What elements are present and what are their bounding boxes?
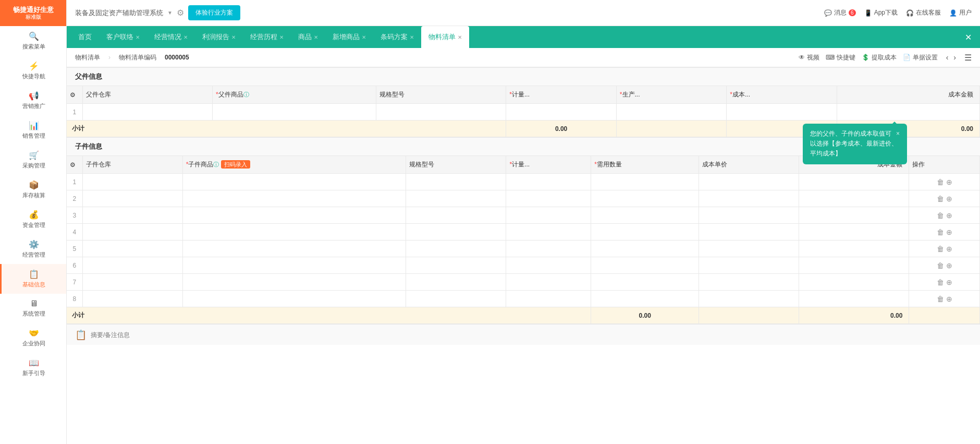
child-row-3-cost-unit[interactable] [699, 207, 799, 224]
child-row-8-product[interactable] [182, 291, 406, 307]
copy-icon-row-2[interactable]: ⊕ [946, 195, 952, 203]
parent-th-gear[interactable]: ⚙ [67, 86, 82, 104]
child-row-8-unit[interactable] [506, 291, 591, 307]
delete-icon-row-5[interactable]: 🗑 [937, 245, 944, 253]
copy-icon-row-4[interactable]: ⊕ [946, 228, 952, 236]
parent-row-1-cost[interactable] [727, 104, 837, 121]
copy-icon-row-6[interactable]: ⊕ [946, 261, 952, 270]
child-row-2-cost-unit[interactable] [699, 190, 799, 207]
user-item[interactable]: 👤 用户 [949, 8, 972, 17]
child-row-8-cost-unit[interactable] [699, 291, 799, 307]
delete-icon-row-7[interactable]: 🗑 [937, 278, 944, 286]
action-setting[interactable]: 📄 单据设置 [903, 53, 938, 62]
child-row-6-unit[interactable] [506, 257, 591, 274]
gear-button[interactable]: ⚙ [177, 8, 184, 18]
sidebar-item-quick-nav[interactable]: ⚡ 快捷导航 [0, 56, 66, 86]
next-tab-button[interactable]: › [951, 52, 958, 63]
sidebar-item-ops[interactable]: ⚙️ 经营管理 [0, 234, 66, 264]
tab-product-close[interactable]: ✕ [314, 34, 318, 40]
child-row-2-warehouse[interactable] [82, 190, 182, 207]
tab-new-product[interactable]: 新增商品 ✕ [325, 26, 373, 48]
child-row-1-spec[interactable] [406, 174, 506, 190]
system-dropdown-arrow[interactable]: ▼ [167, 10, 173, 16]
child-row-6-spec[interactable] [406, 257, 506, 274]
tab-home[interactable]: 首页 [71, 26, 99, 48]
prev-tab-button[interactable]: ‹ [944, 52, 951, 63]
child-row-2-product[interactable] [182, 190, 406, 207]
tooltip-close-button[interactable]: × [896, 129, 900, 139]
tab-history-close[interactable]: ✕ [279, 34, 284, 40]
child-row-6-cost-unit[interactable] [699, 257, 799, 274]
child-row-1-cost-unit[interactable] [699, 174, 799, 190]
sidebar-item-inventory[interactable]: 📦 库存核算 [0, 175, 66, 205]
sidebar-item-marketing[interactable]: 📢 营销推广 [0, 86, 66, 115]
child-row-7-qty[interactable] [591, 274, 699, 291]
child-row-4-spec[interactable] [406, 224, 506, 241]
child-row-1-qty[interactable] [591, 174, 699, 190]
child-row-7-unit[interactable] [506, 274, 591, 291]
child-row-7-product[interactable] [182, 274, 406, 291]
sidebar-item-system[interactable]: 🖥 系统管理 [0, 294, 66, 323]
child-row-5-qty[interactable] [591, 241, 699, 257]
tab-bom-close[interactable]: ✕ [458, 34, 462, 40]
delete-icon-row-6[interactable]: 🗑 [937, 261, 944, 270]
tab-operations[interactable]: 经营情况 ✕ [147, 26, 195, 48]
child-row-7-warehouse[interactable] [82, 274, 182, 291]
child-row-1-product[interactable] [182, 174, 406, 190]
parent-row-1-warehouse[interactable] [82, 104, 213, 121]
child-row-8-spec[interactable] [406, 291, 506, 307]
child-row-3-unit[interactable] [506, 207, 591, 224]
child-row-7-cost-unit[interactable] [699, 274, 799, 291]
parent-row-1-produced[interactable] [616, 104, 726, 121]
parent-row-1-spec[interactable] [376, 104, 506, 121]
action-shortcut[interactable]: ⌨ 快捷键 [826, 53, 855, 62]
child-row-3-product[interactable] [182, 207, 406, 224]
child-row-6-product[interactable] [182, 257, 406, 274]
child-row-2-spec[interactable] [406, 190, 506, 207]
sidebar-item-sales[interactable]: 📊 销售管理 [0, 115, 66, 145]
tab-profit[interactable]: 利润报告 ✕ [195, 26, 243, 48]
child-row-2-qty[interactable] [591, 190, 699, 207]
layout-icon[interactable]: ☰ [964, 53, 972, 63]
child-row-4-unit[interactable] [506, 224, 591, 241]
app-download-item[interactable]: 📱 App下载 [864, 8, 898, 17]
copy-icon-row-3[interactable]: ⊕ [946, 211, 952, 220]
tab-history[interactable]: 经营历程 ✕ [243, 26, 291, 48]
child-row-8-qty[interactable] [591, 291, 699, 307]
child-row-5-warehouse[interactable] [82, 241, 182, 257]
delete-icon-row-2[interactable]: 🗑 [937, 195, 944, 203]
message-item[interactable]: 💬 消息 6 [824, 8, 856, 17]
child-row-1-warehouse[interactable] [82, 174, 182, 190]
child-row-5-cost-unit[interactable] [699, 241, 799, 257]
sidebar-item-purchase[interactable]: 🛒 采购管理 [0, 145, 66, 175]
child-row-5-unit[interactable] [506, 241, 591, 257]
tab-bom[interactable]: 物料清单 ✕ [421, 26, 469, 48]
delete-icon-row-8[interactable]: 🗑 [937, 295, 944, 303]
breadcrumb-bom[interactable]: 物料清单 [75, 53, 100, 62]
sidebar-item-collab[interactable]: 🤝 企业协同 [0, 323, 66, 353]
sidebar-item-search[interactable]: 🔍 搜索菜单 [0, 26, 66, 56]
child-row-3-qty[interactable] [591, 207, 699, 224]
copy-icon-row-5[interactable]: ⊕ [946, 245, 952, 253]
delete-icon-row-4[interactable]: 🗑 [937, 228, 944, 236]
sidebar-item-finance[interactable]: 💰 资金管理 [0, 205, 66, 234]
trial-button[interactable]: 体验行业方案 [188, 5, 240, 20]
delete-icon-row-1[interactable]: 🗑 [937, 178, 944, 186]
delete-icon-row-3[interactable]: 🗑 [937, 211, 944, 220]
sidebar-item-guide[interactable]: 📖 新手引导 [0, 353, 66, 382]
child-row-5-spec[interactable] [406, 241, 506, 257]
copy-icon-row-7[interactable]: ⊕ [946, 278, 952, 286]
action-view[interactable]: 👁 视频 [799, 53, 819, 62]
parent-row-1-unit[interactable] [506, 104, 616, 121]
child-row-3-warehouse[interactable] [82, 207, 182, 224]
tab-product[interactable]: 商品 ✕ [291, 26, 325, 48]
online-support-item[interactable]: 🎧 在线客服 [906, 8, 941, 17]
close-all-tabs[interactable]: ✕ [961, 30, 976, 44]
child-row-2-unit[interactable] [506, 190, 591, 207]
tab-customer[interactable]: 客户联络 ✕ [99, 26, 147, 48]
note-input[interactable] [91, 331, 972, 339]
copy-icon-row-8[interactable]: ⊕ [946, 295, 952, 303]
child-row-6-qty[interactable] [591, 257, 699, 274]
child-row-4-cost-unit[interactable] [699, 224, 799, 241]
tab-barcode[interactable]: 条码方案 ✕ [373, 26, 421, 48]
